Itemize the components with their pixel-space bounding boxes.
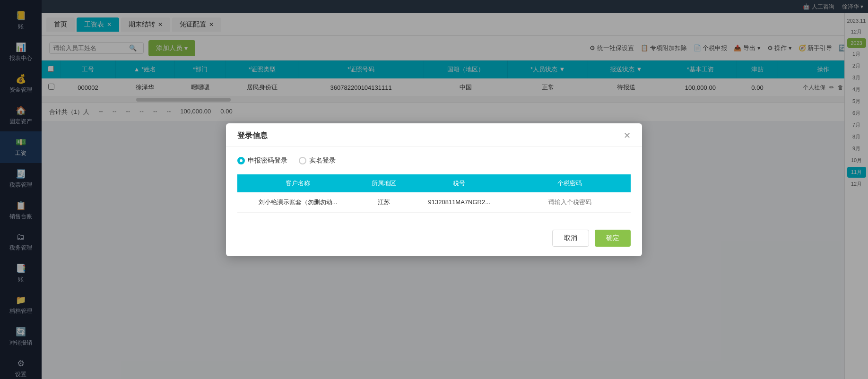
tax-password-input[interactable] <box>517 198 623 206</box>
dialog-overlay: 登录信息 ✕ 申报密码登录 实名登录 <box>0 0 868 379</box>
radio-password-login[interactable]: 申报密码登录 <box>237 156 287 165</box>
login-type-radio-group: 申报密码登录 实名登录 <box>237 156 631 165</box>
dialog-col-name: 客户名称 <box>237 174 358 192</box>
dialog-title: 登录信息 <box>237 131 268 141</box>
dialog-row-password[interactable] <box>509 192 631 213</box>
cancel-button[interactable]: 取消 <box>552 230 589 247</box>
dialog-row-region: 江苏 <box>358 192 409 213</box>
radio-password-circle <box>237 157 245 164</box>
dialog-col-taxid: 税号 <box>409 174 509 192</box>
dialog-body: 申报密码登录 实名登录 客户名称 所属地区 税号 个税密码 <box>226 147 642 222</box>
dialog-row-taxid: 91320811MA7NGR2... <box>409 192 509 213</box>
dialog-col-password: 个税密码 <box>509 174 631 192</box>
dialog-col-region: 所属地区 <box>358 174 409 192</box>
dialog-table-row: 刘小艳演示账套（勿删勿动... 江苏 91320811MA7NGR2... <box>237 192 631 213</box>
dialog-footer: 取消 确定 <box>226 222 642 256</box>
confirm-button[interactable]: 确定 <box>595 230 631 247</box>
login-info-table: 客户名称 所属地区 税号 个税密码 刘小艳演示账套（勿删勿动... 江苏 913… <box>237 174 631 213</box>
radio-realname-circle <box>299 157 306 164</box>
dialog-header: 登录信息 ✕ <box>226 123 642 147</box>
radio-realname-login[interactable]: 实名登录 <box>299 156 336 165</box>
login-dialog: 登录信息 ✕ 申报密码登录 实名登录 <box>226 123 642 256</box>
dialog-row-name: 刘小艳演示账套（勿删勿动... <box>237 192 358 213</box>
dialog-close-button[interactable]: ✕ <box>624 131 631 140</box>
